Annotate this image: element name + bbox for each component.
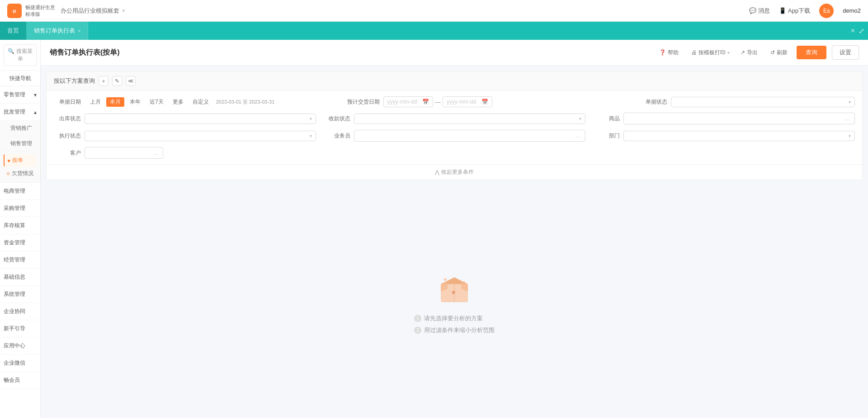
sidebar-item-marketing[interactable]: 营销推广 [0,121,40,136]
main-layout: 🔍 搜索菜单 快捷导航 零售管理 ▾ 批发管理 ▴ 营销推广 销售管理 ● 按单… [0,40,868,418]
export-button[interactable]: ↗ 导出 [737,47,761,58]
page-title: 销售订单执行表(按单) [50,48,120,57]
help-icon: ❓ [659,49,666,56]
expected-date-control: yyyy-mm-dd 📅 — yyyy-mm-dd 📅 [383,96,633,107]
last-month-btn[interactable]: 上月 [86,97,104,107]
refresh-icon: ↺ [770,49,775,56]
query-button[interactable]: 查询 [797,46,826,59]
doc-status-select[interactable]: ▾ [671,97,855,107]
date-label: 单据日期 [54,98,81,106]
tab-close-window-icon[interactable]: × [851,27,855,35]
calendar-icon-to: 📅 [481,99,488,105]
sidebar-item-wholesale[interactable]: 批发管理 ▴ [0,104,40,121]
tab-close-icon[interactable]: × [78,28,80,33]
tab-home[interactable]: 首页 [0,22,27,40]
message-icon: 💬 [749,7,756,14]
sidebar-item-inventory[interactable]: 库存核算 [0,217,40,234]
exec-status-arrow-icon: ▾ [310,133,312,138]
payment-status-control: ▾ [354,114,585,124]
filter-item-payment-status: 收款状态 ▾ [323,114,585,124]
search-menu-button[interactable]: 🔍 搜索菜单 [4,44,37,66]
collapse-more-button[interactable]: ⋀ 收起更多条件 [435,168,474,176]
exec-status-select[interactable]: ▾ [85,131,316,141]
print-arrow-icon: ▾ [727,50,730,55]
app-download-button[interactable]: 📱 App下载 [779,7,810,15]
this-year-btn[interactable]: 本年 [126,97,144,107]
sidebar-item-ecommerce[interactable]: 电商管理 [0,183,40,200]
filter-item-product: 商品 … [593,113,855,124]
department-control: ▾ [623,131,855,141]
breadcrumb[interactable]: 办公用品行业模拟账套 ▾ [61,7,125,15]
expected-date-from[interactable]: yyyy-mm-dd 📅 [383,96,433,107]
sidebar-item-shortcut[interactable]: 快捷导航 [0,71,40,86]
help-button[interactable]: ❓ 帮助 [656,47,682,58]
svg-text:★: ★ [451,289,457,296]
more-btn[interactable]: 更多 [169,97,187,107]
user-name[interactable]: demo2 [843,7,861,14]
filter-row-1: 单据日期 上月 本月 本年 近7天 更多 自定义 2023-03-01 至 20… [54,96,855,107]
empty-illustration: ★ [432,264,477,309]
sidebar-item-basic[interactable]: 基础信息 [0,269,40,286]
sidebar-item-finance[interactable]: 资金管理 [0,234,40,252]
customer-input[interactable]: … [85,147,163,159]
sidebar-item-purchase[interactable]: 采购管理 [0,200,40,217]
last7-btn[interactable]: 近7天 [146,97,167,107]
sidebar-item-enterprise[interactable]: 企业协同 [0,303,40,320]
wholesale-arrow-icon: ▴ [34,109,37,115]
tip-2-num: 2 [414,327,421,334]
settings-button[interactable]: 设置 [832,45,859,60]
calendar-icon-from: 📅 [422,99,429,105]
svg-point-8 [463,281,465,283]
department-select[interactable]: ▾ [623,131,855,141]
sidebar-sub-item-debt[interactable]: ⊙ 欠货情况 [4,167,37,180]
payment-status-select[interactable]: ▾ [354,114,585,124]
sidebar: 🔍 搜索菜单 快捷导航 零售管理 ▾ 批发管理 ▴ 营销推广 销售管理 ● 按单… [0,40,41,418]
empty-tips: 1 请先选择要分析的方案 2 用过滤条件来缩小分析范围 [414,314,495,334]
sidebar-item-retail[interactable]: 零售管理 ▾ [0,86,40,104]
page-header-actions: ❓ 帮助 🖨 按模板打印 ▾ ↗ 导出 ↺ 刷新 查询 设置 [656,45,859,60]
out-status-arrow-icon: ▾ [310,116,312,121]
message-button[interactable]: 💬 消息 [749,7,770,15]
home-tab-label: 首页 [7,27,19,35]
collapse-filter-button[interactable]: ≪ [126,76,136,86]
tab-expand-icon[interactable]: ⤢ [859,27,864,35]
date-quick-btns: 上月 本月 本年 近7天 更多 自定义 [86,97,212,107]
tab-order-table[interactable]: 销售订单执行表 × [27,22,88,40]
this-month-btn[interactable]: 本月 [106,97,124,107]
product-input[interactable]: … [623,113,855,124]
debt-icon: ⊙ [6,171,10,176]
salesperson-input[interactable]: … [354,130,585,142]
custom-btn[interactable]: 自定义 [189,97,212,107]
print-button[interactable]: 🖨 按模板打印 ▾ [688,47,731,58]
date-range-display: 2023-03-01 至 2023-03-31 [216,99,275,105]
expected-date-to[interactable]: yyyy-mm-dd 📅 [443,96,492,107]
collapse-icon: ⋀ [435,169,439,176]
refresh-button[interactable]: ↺ 刷新 [767,47,791,58]
add-filter-button[interactable]: ＋ [99,76,108,86]
sidebar-sub-item-pressorder[interactable]: ● 按单 [4,154,37,166]
department-arrow-icon: ▾ [849,133,851,138]
sidebar-item-appstore[interactable]: 应用中心 [0,337,40,355]
sidebar-item-wechat[interactable]: 企业微信 [0,355,40,372]
page-header: 销售订单执行表(按单) ❓ 帮助 🖨 按模板打印 ▾ ↗ 导出 ↺ 刷新 [41,40,868,66]
sidebar-item-system[interactable]: 系统管理 [0,286,40,303]
collapse-more-area: ⋀ 收起更多条件 [47,164,862,180]
sidebar-item-operation[interactable]: 经营管理 [0,252,40,269]
sidebar-item-sales-mgmt[interactable]: 销售管理 [0,136,40,152]
filter-item-doc-status: 单据状态 ▾ [640,97,855,107]
breadcrumb-arrow-icon: ▾ [122,7,125,14]
sidebar-item-newbie[interactable]: 新手引导 [0,320,40,337]
tab-bar: 首页 销售订单执行表 × × ⤢ [0,22,868,40]
department-label: 部门 [593,132,620,140]
sidebar-item-vip[interactable]: 畅会员 [0,372,40,389]
customer-label: 客户 [54,149,81,157]
edit-filter-button[interactable]: ✎ [112,76,122,86]
empty-tip-2: 2 用过滤条件来缩小分析范围 [414,326,495,334]
svg-point-7 [444,278,447,281]
filter-row-4: 客户 … [54,147,855,159]
avatar[interactable]: Ea [819,4,834,18]
out-status-label: 出库状态 [54,115,81,123]
date-control: 上月 本月 本年 近7天 更多 自定义 2023-03-01 至 2023-03… [85,97,340,107]
logo-icon: 好 [7,4,22,18]
out-status-select[interactable]: ▾ [85,114,316,124]
